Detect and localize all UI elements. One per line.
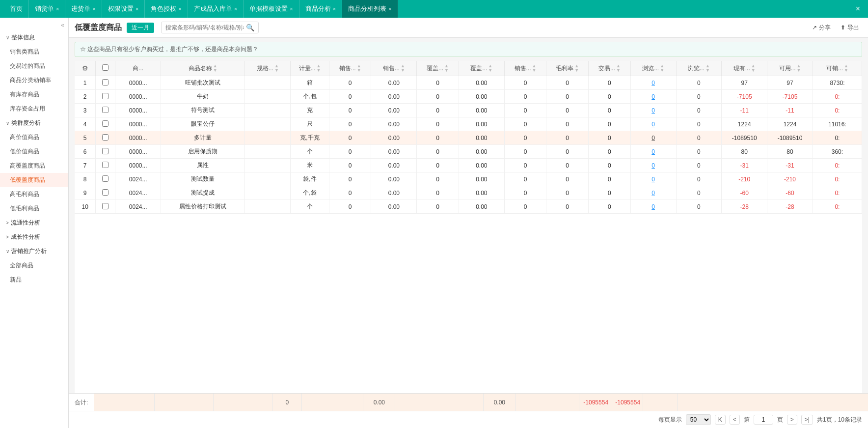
first-page-btn[interactable]: K xyxy=(715,415,726,425)
share-button[interactable]: ↗ 分享 xyxy=(809,22,834,33)
prev-page-btn[interactable]: < xyxy=(730,415,740,425)
col-header-10[interactable]: 销售...▲▼ xyxy=(504,61,546,76)
sort-icon[interactable]: ▲▼ xyxy=(705,64,710,73)
sidebar-section-整体信息[interactable]: ∨整体信息 xyxy=(0,30,68,45)
sort-icon[interactable]: ▲▼ xyxy=(401,64,405,73)
sidebar-item-低毛利商品[interactable]: 低毛利商品 xyxy=(0,201,68,216)
row-checkbox[interactable] xyxy=(102,120,108,127)
col-header-9[interactable]: 覆盖...▲▼ xyxy=(459,61,504,76)
col-header-8[interactable]: 覆盖...▲▼ xyxy=(417,61,459,76)
sort-icon[interactable]: ▲▼ xyxy=(488,64,492,73)
nav-tab-单据模板设置[interactable]: 单据模板设置× xyxy=(244,0,299,18)
select-all-checkbox[interactable] xyxy=(102,64,108,71)
page-input[interactable] xyxy=(754,415,773,425)
col-header-3[interactable]: 商品名称▲▼ xyxy=(161,61,245,76)
col-header-11[interactable]: 毛利率▲▼ xyxy=(546,61,589,76)
table-cell[interactable]: 0 xyxy=(630,145,676,159)
sidebar-item-商品分类动销率[interactable]: 商品分类动销率 xyxy=(0,73,68,87)
settings-icon[interactable]: ⚙ xyxy=(82,64,88,72)
sidebar-item-高覆盖度商品[interactable]: 高覆盖度商品 xyxy=(0,159,68,173)
row-checkbox[interactable] xyxy=(102,93,108,99)
table-cell[interactable]: 0 xyxy=(630,200,676,214)
row-checkbox[interactable] xyxy=(102,107,108,113)
table-cell[interactable]: 0 xyxy=(630,159,676,172)
close-all-tabs[interactable]: × xyxy=(852,4,864,13)
sidebar-item-高毛利商品[interactable]: 高毛利商品 xyxy=(0,187,68,201)
table-cell[interactable]: 0 xyxy=(630,186,676,200)
table-cell[interactable]: 0 xyxy=(630,90,676,104)
table-cell[interactable]: 0 xyxy=(630,131,676,145)
nav-tab-产成品入库单[interactable]: 产成品入库单× xyxy=(188,0,244,18)
close-tab-icon[interactable]: × xyxy=(92,0,95,18)
sort-icon[interactable]: ▲▼ xyxy=(317,64,321,73)
sidebar-section-流通性分析[interactable]: >流通性分析 xyxy=(0,216,68,230)
sort-icon[interactable]: ▲▼ xyxy=(797,64,801,73)
sidebar-section-类群度分析[interactable]: ∨类群度分析 xyxy=(0,116,68,130)
sidebar-collapse-btn[interactable]: « xyxy=(0,20,68,30)
close-tab-icon[interactable]: × xyxy=(178,0,181,18)
sort-icon[interactable]: ▲▼ xyxy=(751,64,756,73)
per-page-select[interactable]: 102050100 xyxy=(686,414,711,425)
col-header-15[interactable]: 现有...▲▼ xyxy=(722,61,767,76)
sidebar-item-低覆盖度商品[interactable]: 低覆盖度商品 xyxy=(0,173,68,187)
row-checkbox[interactable] xyxy=(102,175,108,182)
close-tab-icon[interactable]: × xyxy=(136,0,138,18)
row-checkbox[interactable] xyxy=(102,203,108,209)
sidebar-item-库存资金占用[interactable]: 库存资金占用 xyxy=(0,102,68,116)
nav-tab-首页[interactable]: 首页 xyxy=(4,0,29,18)
sort-icon[interactable]: ▲▼ xyxy=(844,64,848,73)
nav-tab-销货单[interactable]: 销货单× xyxy=(29,0,65,18)
export-button[interactable]: ⬆ 导出 xyxy=(838,22,862,33)
sidebar-item-交易过的商品[interactable]: 交易过的商品 xyxy=(0,59,68,73)
search-input[interactable] xyxy=(165,24,244,31)
sidebar-item-有库存商品[interactable]: 有库存商品 xyxy=(0,87,68,102)
col-header-17[interactable]: 可销...▲▼ xyxy=(813,61,862,76)
next-page-btn[interactable]: > xyxy=(787,415,797,425)
col-header-7[interactable]: 销售...▲▼ xyxy=(371,61,417,76)
sidebar-section-成长性分析[interactable]: >成长性分析 xyxy=(0,230,68,244)
last-page-btn[interactable]: >| xyxy=(801,415,813,425)
close-tab-icon[interactable]: × xyxy=(234,0,237,18)
row-checkbox[interactable] xyxy=(102,79,108,86)
sort-icon[interactable]: ▲▼ xyxy=(213,64,217,73)
col-header-13[interactable]: 浏览...▲▼ xyxy=(630,61,676,76)
row-checkbox[interactable] xyxy=(102,189,108,196)
sort-icon[interactable]: ▲▼ xyxy=(616,64,621,73)
table-cell[interactable]: 0 xyxy=(630,104,676,117)
nav-tab-商品分析列表[interactable]: 商品分析列表× xyxy=(342,0,398,18)
sort-icon[interactable]: ▲▼ xyxy=(444,64,449,73)
sort-icon[interactable]: ▲▼ xyxy=(660,64,664,73)
sidebar-item-高价值商品[interactable]: 高价值商品 xyxy=(0,130,68,144)
table-wrapper[interactable]: ⚙商...商品名称▲▼规格...▲▼计量...▲▼销售...▲▼销售...▲▼覆… xyxy=(75,61,862,393)
table-cell[interactable]: 0 xyxy=(630,172,676,186)
table-cell[interactable]: 0 xyxy=(630,117,676,131)
row-checkbox[interactable] xyxy=(102,148,108,154)
col-header-14[interactable]: 浏览...▲▼ xyxy=(676,61,722,76)
row-checkbox[interactable] xyxy=(102,162,108,168)
nav-tab-权限设置[interactable]: 权限设置× xyxy=(102,0,145,18)
nav-tab-进货单[interactable]: 进货单× xyxy=(65,0,102,18)
sort-icon[interactable]: ▲▼ xyxy=(532,64,537,73)
close-tab-icon[interactable]: × xyxy=(290,0,293,18)
row-checkbox[interactable] xyxy=(102,134,108,141)
close-tab-icon[interactable]: × xyxy=(333,0,336,18)
col-header-16[interactable]: 可用...▲▼ xyxy=(767,61,813,76)
sidebar-section-营销推广分析[interactable]: ∨营销推广分析 xyxy=(0,244,68,258)
sidebar-item-全部商品[interactable]: 全部商品 xyxy=(0,258,68,273)
nav-tab-商品分析[interactable]: 商品分析× xyxy=(299,0,342,18)
col-header-4[interactable]: 规格...▲▼ xyxy=(245,61,291,76)
sidebar-item-销售类商品[interactable]: 销售类商品 xyxy=(0,45,68,59)
col-header-2[interactable]: 商... xyxy=(115,61,161,76)
col-header-12[interactable]: 交易...▲▼ xyxy=(589,61,631,76)
col-header-5[interactable]: 计量...▲▼ xyxy=(291,61,329,76)
close-tab-icon[interactable]: × xyxy=(56,0,59,18)
close-tab-icon[interactable]: × xyxy=(388,0,391,18)
sidebar-item-低价值商品[interactable]: 低价值商品 xyxy=(0,144,68,159)
table-cell[interactable]: 0 xyxy=(630,76,676,90)
col-header-6[interactable]: 销售...▲▼ xyxy=(329,61,371,76)
time-filter-button[interactable]: 近一月 xyxy=(127,23,154,33)
sort-icon[interactable]: ▲▼ xyxy=(357,64,361,73)
search-icon[interactable]: 🔍 xyxy=(246,24,254,31)
sort-icon[interactable]: ▲▼ xyxy=(274,64,279,73)
sort-icon[interactable]: ▲▼ xyxy=(574,64,579,73)
